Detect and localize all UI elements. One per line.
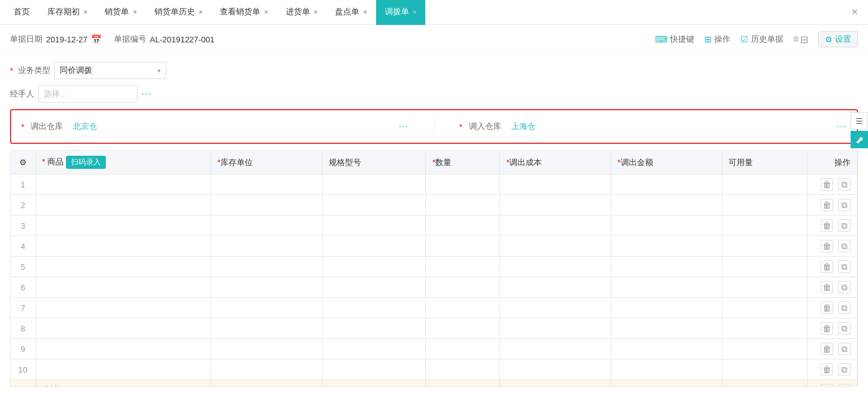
row-product-cell[interactable] [35, 195, 211, 216]
row-product-cell[interactable] [35, 236, 211, 257]
business-type-select[interactable]: 同价调拨 ▾ [54, 62, 166, 79]
row-spec-cell[interactable] [322, 236, 426, 257]
row-qty-cell[interactable] [426, 318, 500, 339]
row-cost-cell[interactable] [500, 257, 611, 277]
row-qty-cell[interactable] [426, 339, 500, 359]
row-amount-cell[interactable] [611, 318, 722, 339]
row-spec-cell[interactable] [322, 216, 426, 236]
scan-entry-btn[interactable]: 扫码录入 [66, 156, 106, 169]
history-btn[interactable]: ☑ 历史单据 [740, 34, 783, 45]
row-copy-icon[interactable]: ⧉ [838, 219, 851, 232]
tab-sales-history-close[interactable]: × [199, 8, 202, 16]
tab-inventory-check[interactable]: 盘点单 × [326, 0, 375, 25]
side-export-btn[interactable]: ⬈ [851, 131, 868, 148]
row-qty-cell[interactable] [426, 359, 500, 380]
row-product-cell[interactable] [35, 359, 211, 380]
row-amount-cell[interactable] [611, 236, 722, 257]
tab-transfer[interactable]: 调拨单 × [376, 0, 425, 25]
row-unit-cell[interactable] [211, 339, 322, 359]
subtotal-trash-icon[interactable]: 🗑 [821, 384, 833, 387]
handler-select[interactable]: 选择... [38, 85, 138, 103]
row-amount-cell[interactable] [611, 277, 722, 298]
tab-purchase-close[interactable]: × [314, 8, 318, 16]
row-copy-icon[interactable]: ⧉ [838, 363, 851, 376]
tab-inventory-init[interactable]: 库存期初 × [39, 0, 96, 25]
row-qty-cell[interactable] [426, 236, 500, 257]
row-spec-cell[interactable] [322, 257, 426, 277]
row-trash-icon[interactable]: 🗑 [821, 322, 833, 335]
row-copy-icon[interactable]: ⧉ [838, 302, 851, 314]
row-unit-cell[interactable] [211, 216, 322, 236]
tab-purchase[interactable]: 进货单 × [277, 0, 326, 25]
tab-bar-close-btn[interactable]: × [846, 6, 863, 19]
row-amount-cell[interactable] [611, 257, 722, 277]
operation-btn[interactable]: ⊞ 操作 [704, 34, 730, 45]
calendar-icon[interactable]: 📅 [92, 34, 101, 44]
shortcut-btn[interactable]: ⌨ 快捷键 [655, 34, 694, 45]
side-list-btn[interactable]: ☰ [851, 112, 868, 130]
tab-view-sales[interactable]: 查看销货单 × [211, 0, 276, 25]
row-spec-cell[interactable] [322, 298, 426, 318]
row-unit-cell[interactable] [211, 195, 322, 216]
row-cost-cell[interactable] [500, 277, 611, 298]
row-qty-cell[interactable] [426, 277, 500, 298]
row-trash-icon[interactable]: 🗑 [821, 219, 833, 232]
row-trash-icon[interactable]: 🗑 [821, 281, 833, 293]
row-unit-cell[interactable] [211, 318, 322, 339]
row-amount-cell[interactable] [611, 174, 722, 195]
tab-sales-order-close[interactable]: × [133, 8, 136, 16]
row-copy-icon[interactable]: ⧉ [838, 322, 851, 335]
settings-btn[interactable]: ⚙ 设置 [818, 31, 858, 47]
row-amount-cell[interactable] [611, 298, 722, 318]
row-copy-icon[interactable]: ⧉ [838, 178, 851, 191]
warehouse-in-ellipsis-btn[interactable]: ··· [837, 121, 847, 132]
row-spec-cell[interactable] [322, 318, 426, 339]
tab-inventory-check-close[interactable]: × [363, 8, 367, 16]
row-product-cell[interactable] [35, 216, 211, 236]
row-amount-cell[interactable] [611, 216, 722, 236]
row-cost-cell[interactable] [500, 174, 611, 195]
row-spec-cell[interactable] [322, 359, 426, 380]
row-cost-cell[interactable] [500, 195, 611, 216]
tab-home[interactable]: 首页 [5, 0, 39, 25]
row-qty-cell[interactable] [426, 257, 500, 277]
row-cost-cell[interactable] [500, 216, 611, 236]
row-qty-cell[interactable] [426, 216, 500, 236]
row-trash-icon[interactable]: 🗑 [821, 302, 833, 314]
row-qty-cell[interactable] [426, 174, 500, 195]
tab-sales-order[interactable]: 销货单 × [96, 0, 145, 25]
row-unit-cell[interactable] [211, 236, 322, 257]
row-copy-icon[interactable]: ⧉ [838, 199, 851, 211]
row-spec-cell[interactable] [322, 195, 426, 216]
layout2-btn[interactable]: ⊟ [800, 34, 808, 45]
tab-inventory-init-close[interactable]: × [83, 8, 87, 16]
row-product-cell[interactable] [35, 318, 211, 339]
row-unit-cell[interactable] [211, 257, 322, 277]
row-cost-cell[interactable] [500, 318, 611, 339]
row-trash-icon[interactable]: 🗑 [821, 260, 833, 273]
row-cost-cell[interactable] [500, 298, 611, 318]
row-trash-icon[interactable]: 🗑 [821, 178, 833, 191]
row-spec-cell[interactable] [322, 339, 426, 359]
row-product-cell[interactable] [35, 298, 211, 318]
row-product-cell[interactable] [35, 257, 211, 277]
row-spec-cell[interactable] [322, 174, 426, 195]
row-product-cell[interactable] [35, 174, 211, 195]
tab-sales-history[interactable]: 销货单历史 × [146, 0, 211, 25]
row-amount-cell[interactable] [611, 359, 722, 380]
row-trash-icon[interactable]: 🗑 [821, 199, 833, 211]
row-qty-cell[interactable] [426, 298, 500, 318]
subtotal-copy-icon[interactable]: ⧉ [838, 384, 851, 387]
row-cost-cell[interactable] [500, 339, 611, 359]
th-settings[interactable]: ⚙ [11, 151, 35, 174]
row-unit-cell[interactable] [211, 174, 322, 195]
row-trash-icon[interactable]: 🗑 [821, 240, 833, 252]
row-trash-icon[interactable]: 🗑 [821, 343, 833, 355]
row-spec-cell[interactable] [322, 277, 426, 298]
row-unit-cell[interactable] [211, 359, 322, 380]
row-amount-cell[interactable] [611, 195, 722, 216]
row-cost-cell[interactable] [500, 236, 611, 257]
row-cost-cell[interactable] [500, 359, 611, 380]
row-qty-cell[interactable] [426, 195, 500, 216]
row-copy-icon[interactable]: ⧉ [838, 281, 851, 293]
